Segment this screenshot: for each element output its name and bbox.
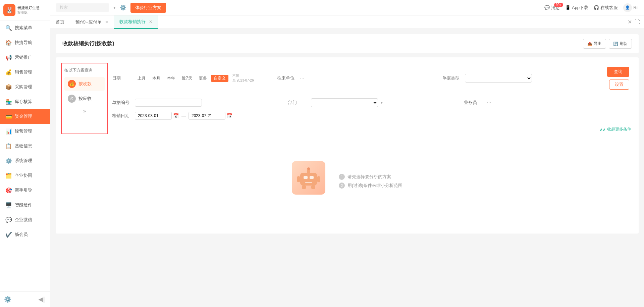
app-download[interactable]: 📱 App下载 xyxy=(565,5,588,11)
sidebar-item-hardware[interactable]: 🖥️ 智能硬件 xyxy=(0,198,50,212)
message-icon: 💬 xyxy=(544,5,550,10)
verify-date-end-input[interactable] xyxy=(189,112,225,120)
tip-text-2: 用[过滤]条件来缩小分析范围 xyxy=(347,183,402,189)
sidebar-item-operations[interactable]: 📊 经营管理 xyxy=(0,124,50,139)
topbar-gear-icon[interactable]: ⚙️ xyxy=(120,4,126,11)
sidebar-item-search[interactable]: 🔍 搜索菜单 xyxy=(0,20,50,35)
date-tab-more[interactable]: 更多 xyxy=(196,75,210,82)
doc-number-label: 单据编号 xyxy=(112,100,132,106)
page-header: 收款核销执行(按收款) 📤 导出 🔄 刷新 xyxy=(56,34,639,53)
tab-collection-close-icon[interactable]: ✕ xyxy=(149,19,152,24)
sidebar-item-purchase[interactable]: 📦 采购管理 xyxy=(0,80,50,94)
sidebar-item-label: 企业微信 xyxy=(15,217,32,223)
page-content: 收款核销执行(按收款) 📤 导出 🔄 刷新 按以下方案查询 💰 xyxy=(50,29,644,307)
settings-button[interactable]: 设置 xyxy=(609,80,629,90)
sidebar-item-label: 新手引导 xyxy=(15,187,32,193)
date-tab-custom[interactable]: 自定义 xyxy=(211,75,228,82)
sidebar-item-label: 资金管理 xyxy=(15,113,32,119)
service-label: 在线客服 xyxy=(600,5,618,11)
staff-label: 业务员 xyxy=(464,100,484,106)
dept-select[interactable] xyxy=(311,98,378,107)
collapse-more-btn[interactable]: ∧∧ 收起更多条件 xyxy=(112,124,633,134)
tab-prepay[interactable]: 预付冲应付单 ✕ xyxy=(70,15,114,29)
sidebar-item-system[interactable]: ⚙️ 系统管理 xyxy=(0,153,50,168)
search-placeholder-text: 搜索 xyxy=(60,5,68,10)
app-icon: 📱 xyxy=(565,5,571,10)
topbar: 搜索 ▾ ⚙️ 体验行业方案 💬 消息 99+ 📱 App下载 🎧 在线客服 👤 xyxy=(50,0,644,15)
dept-chevron-icon: ▾ xyxy=(381,100,383,105)
sidebar-item-label: 搜索菜单 xyxy=(15,25,32,31)
tip-num-2: 2 xyxy=(339,183,345,189)
doc-type-select[interactable] xyxy=(465,74,532,83)
page-header-actions: 📤 导出 🔄 刷新 xyxy=(583,39,632,49)
sidebar: 🐰 畅捷通好生意 标准版 🔍 搜索菜单 🏠 快捷导航 📢 营销推广 💰 销售管理… xyxy=(0,0,50,307)
calendar-end-icon[interactable]: 📅 xyxy=(227,113,232,118)
expand-icon[interactable]: ⛶ xyxy=(635,19,640,25)
by-receipt-label: 按收款 xyxy=(78,81,92,87)
sidebar-item-label: 经营管理 xyxy=(15,128,32,134)
sidebar-item-basic-info[interactable]: 📋 基础信息 xyxy=(0,139,50,153)
tab-collection-label: 收款核销执行 xyxy=(119,19,146,25)
topbar-left: 搜索 ▾ ⚙️ 体验行业方案 xyxy=(56,3,166,13)
query-button[interactable]: 查询 xyxy=(607,67,629,77)
tab-prepay-close-icon[interactable]: ✕ xyxy=(105,20,108,24)
empty-tip-2: 2 用[过滤]条件来缩小分析范围 xyxy=(339,183,402,189)
filter-sidebar-collapse[interactable]: » xyxy=(64,107,105,115)
date-label: 日期 xyxy=(112,75,132,81)
date-tab-this-year[interactable]: 本年 xyxy=(164,75,178,82)
main-area: 搜索 ▾ ⚙️ 体验行业方案 💬 消息 99+ 📱 App下载 🎧 在线客服 👤 xyxy=(50,0,644,307)
service-icon: 🎧 xyxy=(594,5,599,10)
sidebar-item-finance[interactable]: 💳 资金管理 xyxy=(0,109,50,124)
sidebar-item-enterprise[interactable]: 🗂️ 企业协同 xyxy=(0,168,50,183)
counterparty-label: 往来单位 xyxy=(277,75,297,81)
sidebar-item-label: 系统管理 xyxy=(15,158,32,164)
empty-tip-1: 1 请先选择要分析的方案 xyxy=(339,174,402,180)
logo-sub: 标准版 xyxy=(17,10,40,15)
tab-collection[interactable]: 收款核销执行 ✕ xyxy=(114,15,158,29)
staff-field: 业务员 ··· xyxy=(464,100,633,106)
home-icon: 🏠 xyxy=(5,39,12,46)
marketing-icon: 📢 xyxy=(5,54,12,61)
sidebar-item-sales[interactable]: 💰 销售管理 xyxy=(0,65,50,80)
finance-icon: 💳 xyxy=(5,113,12,120)
doc-number-input[interactable] xyxy=(135,99,202,107)
topbar-dropdown-icon[interactable]: ▾ xyxy=(113,5,116,10)
sidebar-item-label: 畅会员 xyxy=(15,232,28,238)
doc-type-field: 单据类型 xyxy=(442,74,600,83)
sidebar-item-label: 基础信息 xyxy=(15,143,32,149)
date-tab-this-month[interactable]: 本月 xyxy=(150,75,163,82)
verify-date-start-input[interactable] xyxy=(135,112,172,120)
sidebar-item-marketing[interactable]: 📢 营销推广 xyxy=(0,50,50,65)
close-all-tabs-icon[interactable]: ✕ xyxy=(628,19,632,25)
svg-rect-9 xyxy=(311,186,315,189)
tab-home[interactable]: 首页 xyxy=(50,15,70,29)
page-title: 收款核销执行(按收款) xyxy=(62,40,114,47)
filter-option-by-receipt[interactable]: 💰 按收款 xyxy=(64,77,105,91)
refresh-button[interactable]: 🔄 刷新 xyxy=(609,39,632,49)
basic-info-icon: 📋 xyxy=(5,143,12,149)
sidebar-item-wechat[interactable]: 💬 企业微信 xyxy=(0,212,50,227)
sidebar-item-member[interactable]: ✔️ 畅会员 xyxy=(0,227,50,242)
export-button[interactable]: 📤 导出 xyxy=(583,39,606,49)
message-badge[interactable]: 💬 消息 99+ xyxy=(544,5,560,11)
dept-label: 部门 xyxy=(288,100,308,106)
online-service[interactable]: 🎧 在线客服 xyxy=(594,5,618,11)
tab-bar: 首页 预付冲应付单 ✕ 收款核销执行 ✕ ✕ ⛶ xyxy=(50,15,644,29)
industry-solution-button[interactable]: 体验行业方案 xyxy=(130,3,166,13)
svg-rect-3 xyxy=(305,182,312,183)
sidebar-item-inventory[interactable]: 🏪 库存核算 xyxy=(0,94,50,109)
sales-icon: 💰 xyxy=(5,69,12,75)
purchase-icon: 📦 xyxy=(5,84,12,90)
calendar-start-icon[interactable]: 📅 xyxy=(173,113,179,118)
user-info[interactable]: 👤 Rit xyxy=(623,3,639,12)
dept-field: 部门 ▾ xyxy=(288,98,458,107)
tip-text-1: 请先选择要分析的方案 xyxy=(347,174,391,180)
date-tab-last-month[interactable]: 上月 xyxy=(135,75,148,82)
collapse-sidebar-icon[interactable]: ◀‖ xyxy=(38,296,46,303)
date-tab-7days[interactable]: 近7天 xyxy=(179,75,195,82)
filter-option-by-receivable[interactable]: ⏱ 按应收 xyxy=(64,92,105,105)
settings-bottom-icon[interactable]: ⚙️ xyxy=(4,296,11,303)
sidebar-item-quick-nav[interactable]: 🏠 快捷导航 xyxy=(0,35,50,50)
sidebar-nav: 🔍 搜索菜单 🏠 快捷导航 📢 营销推广 💰 销售管理 📦 采购管理 🏪 库存核… xyxy=(0,20,50,291)
sidebar-item-guide[interactable]: 🎯 新手引导 xyxy=(0,183,50,198)
